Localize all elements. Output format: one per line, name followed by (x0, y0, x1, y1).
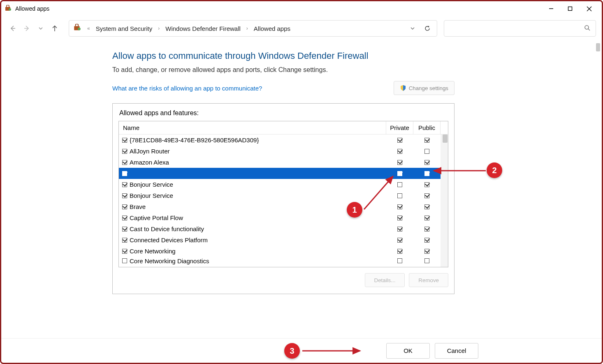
app-name: Amazon Alexa (129, 159, 386, 166)
table-row[interactable]: Bonjour Service (119, 190, 441, 201)
cancel-button[interactable]: Cancel (435, 343, 478, 359)
public-checkbox[interactable] (424, 171, 429, 176)
breadcrumb-allowed[interactable]: Allowed apps (254, 25, 290, 32)
private-checkbox[interactable] (397, 138, 402, 143)
public-checkbox[interactable] (424, 160, 429, 165)
table-row[interactable]: {78E1CD88-49E3-476E-B926-580E596AD309} (119, 134, 441, 146)
enable-checkbox[interactable] (122, 238, 127, 243)
breadcrumb-firewall[interactable]: Windows Defender Firewall (165, 25, 241, 32)
app-name: Core Networking Diagnostics (129, 257, 386, 264)
enable-checkbox[interactable] (122, 193, 127, 198)
callout-2: 2 (487, 162, 502, 178)
app-name: Core Networking (129, 248, 386, 255)
search-box[interactable] (444, 20, 596, 37)
enable-checkbox[interactable] (122, 249, 127, 254)
close-button[interactable] (580, 2, 598, 15)
list-scrollbar-track[interactable] (441, 134, 448, 267)
allowed-apps-groupbox: Allowed apps and features: Name Private … (112, 103, 455, 294)
enable-checkbox[interactable] (122, 216, 127, 220)
column-private[interactable]: Private (386, 121, 413, 134)
enable-checkbox[interactable] (122, 227, 127, 232)
private-checkbox[interactable] (397, 227, 402, 232)
table-row[interactable]: Core Networking (119, 246, 441, 257)
private-checkbox[interactable] (397, 160, 402, 165)
table-row[interactable]: Bonjour Service (119, 179, 441, 190)
public-checkbox[interactable] (424, 193, 429, 198)
forward-button[interactable] (21, 23, 32, 34)
dialog-footer: 3 OK Cancel (1, 338, 602, 363)
private-checkbox[interactable] (397, 216, 402, 220)
public-checkbox[interactable] (424, 204, 429, 209)
remove-button[interactable]: Remove (409, 273, 448, 287)
table-row[interactable]: Brave (119, 201, 441, 212)
risks-link[interactable]: What are the risks of allowing an app to… (112, 85, 262, 92)
svg-point-1 (9, 8, 11, 11)
table-row[interactable] (119, 168, 441, 179)
enable-checkbox[interactable] (122, 160, 127, 165)
private-checkbox[interactable] (397, 238, 402, 243)
search-icon (584, 25, 591, 32)
page-scrollbar[interactable] (596, 43, 600, 51)
private-checkbox[interactable] (397, 182, 402, 187)
toolbar: « System and Security › Windows Defender… (1, 16, 602, 41)
enable-checkbox[interactable] (122, 204, 127, 209)
refresh-button[interactable] (422, 23, 433, 34)
public-checkbox[interactable] (424, 182, 429, 187)
public-checkbox[interactable] (424, 216, 429, 220)
svg-point-10 (78, 27, 81, 30)
allowed-apps-list[interactable]: Name Private Public {78E1CD88-49E3-476E-… (118, 121, 448, 267)
private-checkbox[interactable] (397, 258, 402, 263)
callout-3: 3 (284, 343, 300, 359)
table-row[interactable]: AllJoyn Router (119, 146, 441, 157)
chevron-right-icon: › (246, 26, 248, 31)
details-button[interactable]: Details... (365, 273, 405, 287)
enable-checkbox[interactable] (122, 258, 127, 263)
public-checkbox[interactable] (424, 258, 429, 263)
change-settings-button[interactable]: Change settings (394, 81, 455, 95)
breadcrumb-system[interactable]: System and Security (96, 25, 153, 32)
table-row[interactable]: Captive Portal Flow (119, 212, 441, 223)
public-checkbox[interactable] (424, 249, 429, 254)
ok-button[interactable]: OK (386, 343, 430, 359)
enable-checkbox[interactable] (122, 138, 127, 143)
list-scrollbar-thumb[interactable] (443, 134, 448, 143)
recent-dropdown[interactable] (35, 23, 46, 34)
address-bar[interactable]: « System and Security › Windows Defender… (69, 20, 437, 37)
maximize-button[interactable] (561, 2, 580, 15)
app-icon (5, 5, 12, 12)
titlebar: Allowed apps (1, 1, 602, 16)
app-name: {78E1CD88-49E3-476E-B926-580E596AD309} (129, 137, 386, 144)
table-row[interactable]: Connected Devices Platform (119, 234, 441, 246)
column-name[interactable]: Name (119, 121, 386, 134)
enable-checkbox[interactable] (122, 149, 127, 154)
enable-checkbox[interactable] (122, 182, 127, 187)
up-button[interactable] (49, 23, 60, 34)
private-checkbox[interactable] (397, 204, 402, 209)
app-name: Captive Portal Flow (129, 214, 386, 221)
minimize-button[interactable] (542, 2, 561, 15)
private-checkbox[interactable] (397, 171, 402, 176)
app-name: AllJoyn Router (129, 148, 386, 155)
table-row[interactable]: Amazon Alexa (119, 157, 441, 168)
enable-checkbox[interactable] (122, 171, 127, 176)
public-checkbox[interactable] (424, 227, 429, 232)
page-subheading: To add, change, or remove allowed apps a… (112, 66, 455, 74)
public-checkbox[interactable] (424, 149, 429, 154)
private-checkbox[interactable] (397, 249, 402, 254)
svg-rect-3 (568, 7, 572, 11)
app-name: Connected Devices Platform (129, 236, 386, 243)
main-panel: Allow apps to communicate through Window… (112, 51, 455, 294)
back-button[interactable] (7, 23, 19, 34)
firewall-icon (73, 24, 81, 33)
address-dropdown[interactable] (407, 23, 418, 34)
public-checkbox[interactable] (424, 238, 429, 243)
private-checkbox[interactable] (397, 149, 402, 154)
public-checkbox[interactable] (424, 138, 429, 143)
table-row[interactable]: Core Networking Diagnostics (119, 257, 441, 265)
private-checkbox[interactable] (397, 193, 402, 198)
table-row[interactable]: Cast to Device functionality (119, 223, 441, 234)
window-title: Allowed apps (15, 5, 49, 12)
column-public[interactable]: Public (413, 121, 441, 134)
chevron-left-icon: « (87, 26, 90, 31)
svg-line-12 (588, 29, 590, 30)
